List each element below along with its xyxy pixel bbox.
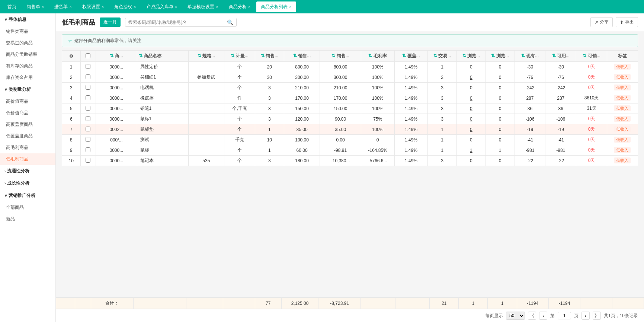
nav-purchase-close[interactable]: ×: [69, 4, 71, 9]
col-header-code[interactable]: ⇅ 商...: [96, 51, 137, 62]
sidebar-group-overall[interactable]: ∨ 整体信息: [0, 13, 55, 26]
sidebar-item-inventory-capital[interactable]: 库存资金占用: [0, 72, 55, 83]
nav-item-analysis-list[interactable]: 商品分析列表 ×: [256, 1, 296, 12]
col-header-unit[interactable]: ⇅ 计量...: [224, 51, 255, 62]
col-header-view1[interactable]: ⇅ 浏览...: [457, 51, 486, 62]
share-button[interactable]: ↗ 分享: [590, 17, 613, 27]
row-checkbox-cell[interactable]: [80, 62, 96, 72]
prev-prev-button[interactable]: 《: [528, 312, 536, 320]
row-checkbox[interactable]: [86, 158, 90, 163]
nav-product-entry-close[interactable]: ×: [175, 4, 177, 9]
view1-link[interactable]: 0: [470, 127, 472, 132]
row-checkbox-cell[interactable]: [80, 145, 96, 156]
col-header-view2[interactable]: ⇅ 浏览...: [486, 51, 515, 62]
view1-link[interactable]: 0: [470, 106, 472, 111]
sidebar-group-liquidity[interactable]: › 流通性分析: [0, 165, 55, 177]
row-view1[interactable]: 0: [457, 83, 486, 93]
nav-item-home[interactable]: 首页: [3, 1, 21, 12]
col-header-trade[interactable]: ⇅ 交易...: [428, 51, 457, 62]
view1-link[interactable]: 0: [470, 158, 472, 163]
nav-permissions-close[interactable]: ×: [102, 4, 104, 9]
row-view1[interactable]: 0: [457, 156, 486, 166]
col-header-available[interactable]: ⇅ 可用...: [545, 51, 576, 62]
row-view1[interactable]: 1: [457, 145, 486, 156]
view1-link[interactable]: 0: [470, 75, 472, 80]
row-view1[interactable]: 0: [457, 114, 486, 124]
nav-sales-close[interactable]: ×: [42, 4, 44, 9]
col-header-margin[interactable]: ⇅ 毛利率: [361, 51, 394, 62]
sidebar-item-sales-products[interactable]: 销售类商品: [0, 26, 55, 37]
row-view1[interactable]: 0: [457, 103, 486, 114]
row-checkbox-cell[interactable]: [80, 135, 96, 145]
nav-item-permissions[interactable]: 权限设置 ×: [78, 1, 108, 12]
row-checkbox-cell[interactable]: [80, 72, 96, 83]
nav-item-product-entry[interactable]: 产成品入库单 ×: [142, 1, 182, 12]
row-checkbox-cell[interactable]: [80, 156, 96, 166]
sidebar-item-low-coverage[interactable]: 低覆盖度商品: [0, 130, 55, 142]
nav-item-purchase[interactable]: 进货单 ×: [50, 1, 76, 12]
view1-link[interactable]: 0: [470, 96, 472, 101]
sidebar-item-high-coverage[interactable]: 高覆盖度商品: [0, 119, 55, 130]
sidebar-item-all-products[interactable]: 全部商品: [0, 202, 55, 213]
nav-roles-close[interactable]: ×: [134, 4, 136, 9]
sidebar-group-marketing[interactable]: ∨ 营销推广分析: [0, 189, 55, 202]
sidebar-item-high-profit[interactable]: 高毛利商品: [0, 142, 55, 153]
row-checkbox-cell[interactable]: [80, 124, 96, 135]
sidebar-group-growth[interactable]: › 成长性分析: [0, 177, 55, 189]
row-checkbox[interactable]: [86, 137, 90, 142]
view1-link[interactable]: 0: [470, 137, 472, 143]
next-button[interactable]: ›: [581, 312, 590, 320]
row-checkbox[interactable]: [86, 74, 90, 79]
row-view1[interactable]: 0: [457, 72, 486, 83]
select-all-checkbox[interactable]: [86, 53, 90, 58]
time-filter-button[interactable]: 近一月: [100, 17, 121, 27]
col-header-price1[interactable]: ⇅ 销售...: [284, 51, 320, 62]
sidebar-item-low-value[interactable]: 低价值商品: [0, 107, 55, 119]
sidebar-item-stocked[interactable]: 有库存的商品: [0, 60, 55, 72]
col-header-current[interactable]: ⇅ 现有...: [515, 51, 545, 62]
sidebar-item-traded-products[interactable]: 交易过的商品: [0, 37, 55, 49]
export-button[interactable]: ⬆ 导出: [616, 17, 638, 27]
row-checkbox[interactable]: [86, 127, 90, 131]
nav-item-roles[interactable]: 角色授权 ×: [110, 1, 140, 12]
col-header-tag[interactable]: 标签: [607, 51, 638, 62]
row-checkbox[interactable]: [86, 147, 90, 152]
row-view1[interactable]: 0: [457, 135, 486, 145]
sidebar-group-category[interactable]: ∨ 类别量分析: [0, 83, 55, 96]
page-number-input[interactable]: 1: [558, 312, 571, 319]
row-view1[interactable]: 0: [457, 124, 486, 135]
row-view1[interactable]: 0: [457, 93, 486, 103]
col-header-price2[interactable]: ⇅ 销售...: [320, 51, 361, 62]
col-header-cover[interactable]: ⇅ 覆盖...: [394, 51, 428, 62]
view1-link[interactable]: 0: [470, 85, 472, 90]
col-header-check[interactable]: [80, 51, 96, 62]
per-page-select[interactable]: 50 20 100: [506, 312, 525, 320]
sidebar-item-new-products[interactable]: 新品: [0, 213, 55, 225]
nav-template-close[interactable]: ×: [216, 4, 218, 9]
prev-button[interactable]: ‹: [539, 312, 547, 320]
col-header-qty[interactable]: ⇅ 销售...: [255, 51, 284, 62]
row-checkbox-cell[interactable]: [80, 83, 96, 93]
next-next-button[interactable]: 》: [593, 312, 601, 320]
col-header-settings[interactable]: ⚙: [62, 51, 81, 62]
row-checkbox[interactable]: [86, 106, 90, 111]
row-checkbox[interactable]: [86, 116, 90, 121]
sidebar-item-category-assist[interactable]: 商品分类助销率: [0, 49, 55, 60]
row-checkbox-cell[interactable]: [80, 114, 96, 124]
nav-item-analysis[interactable]: 商品分析 ×: [224, 1, 255, 12]
row-checkbox[interactable]: [86, 85, 90, 90]
col-header-sellable[interactable]: ⇅ 可销...: [576, 51, 607, 62]
row-checkbox[interactable]: [86, 95, 90, 100]
table-container[interactable]: ⚙ ⇅ 商... ⇅ 商品名称 ⇅ 规格... ⇅ 计量... ⇅ 销售... …: [56, 50, 644, 297]
view1-link[interactable]: 1: [470, 148, 472, 153]
nav-analysis-list-close[interactable]: ×: [289, 4, 291, 9]
sidebar-item-high-value[interactable]: 高价值商品: [0, 96, 55, 107]
view1-link[interactable]: 0: [470, 64, 472, 70]
col-header-spec[interactable]: ⇅ 规格...: [188, 51, 224, 62]
row-view1[interactable]: 0: [457, 62, 486, 72]
row-checkbox-cell[interactable]: [80, 103, 96, 114]
row-checkbox-cell[interactable]: [80, 93, 96, 103]
nav-analysis-close[interactable]: ×: [248, 4, 250, 9]
view1-link[interactable]: 0: [470, 117, 472, 122]
col-header-name[interactable]: ⇅ 商品名称: [137, 51, 188, 62]
